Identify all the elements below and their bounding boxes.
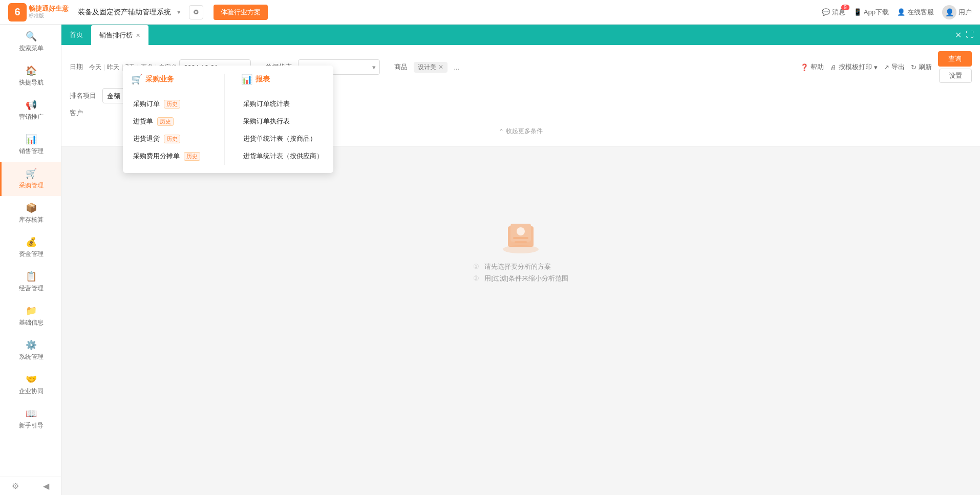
logo-subtitle: 标准版 [29,12,69,19]
tab-sales-rank[interactable]: 销售排行榜 ✕ [91,25,148,46]
system-title: 装备及固定资产辅助管理系统 [78,8,171,17]
user-btn[interactable]: 👤 用户 [942,5,972,19]
shortcut-today[interactable]: 今天 [89,63,101,72]
print-btn[interactable]: 🖨 按模板打印 ▾ [830,62,878,72]
tab-home[interactable]: 首页 [61,25,91,45]
business-col-title-text: 采购业务 [145,75,174,84]
tab-close-window-icon[interactable]: ✕ [955,30,962,40]
sidebar-collapse-btn[interactable]: ◀ [43,481,49,491]
empty-illustration [495,213,546,254]
empty-step2: ② [473,272,479,284]
top-bar: 6 畅捷通好生意 标准版 装备及固定资产辅助管理系统 ▾ ⚙ 体验行业方案 💬 … [0,0,980,25]
message-badge: 9 [841,5,849,10]
system-dropdown-icon[interactable]: ▾ [177,8,181,16]
guide-icon: 📖 [26,408,37,419]
sidebar-item-enterprise[interactable]: 🤝 企业协同 [0,368,61,402]
tab-close-icon[interactable]: ✕ [136,32,140,39]
help-btn[interactable]: ❓ 帮助 [800,62,824,72]
sidebar-item-quicknav[interactable]: 🏠 快捷导航 [0,59,61,93]
dropdown-item-purchase-cost[interactable]: 采购费用分摊单 历史 [131,147,208,165]
enterprise-icon: 🤝 [26,374,37,385]
print-icon: 🖨 [830,63,837,71]
logo-icon: 6 [8,3,27,21]
sidebar-item-inventory[interactable]: 📦 库存核算 [0,196,61,230]
sidebar-item-basic[interactable]: 📁 基础信息 [0,299,61,333]
dropdown-item-purchase-receipt[interactable]: 进货单 历史 [131,113,208,130]
goods-more-btn[interactable]: ... [454,63,459,71]
dropdown-item-receipt-stats-supplier[interactable]: 进货单统计表（按供应商） [241,147,325,165]
sidebar-item-system[interactable]: ⚙️ 系统管理 [0,333,61,368]
sidebar-item-search[interactable]: 🔍 搜索菜单 [0,25,61,59]
dropdown-item-purchase-order[interactable]: 采购订单 历史 [131,95,208,113]
print-label: 按模板打印 [839,62,872,72]
menu-divider [224,74,225,165]
tab-bar: 首页 销售排行榜 ✕ ✕ ⛶ [61,25,980,45]
receipt-stats-goods-label: 进货单统计表（按商品） [243,134,316,143]
dropdown-item-order-exec[interactable]: 采购订单执行表 [241,113,325,130]
home-icon: 🏠 [26,65,37,76]
export-btn[interactable]: ↗ 导出 [884,62,905,72]
empty-state: ① 请先选择要分析的方案 ② 用[过滤]条件来缩小分析范围 [61,146,980,351]
online-service-btn[interactable]: 👤 在线客服 [897,8,934,17]
empty-hint2: 用[过滤]条件来缩小分析范围 [484,272,568,284]
top-right-area: 💬 消息 9 📱 App下载 👤 在线客服 👤 用户 [822,5,972,19]
sidebar-item-finance[interactable]: 💰 资金管理 [0,230,61,265]
svg-point-3 [517,227,525,235]
message-btn[interactable]: 💬 消息 9 [822,8,845,17]
sidebar-item-purchase[interactable]: 🛒 采购管理 [0,162,61,196]
app-download-btn[interactable]: 📱 App下载 [854,8,889,17]
sidebar-label-search: 搜索菜单 [19,44,44,53]
collapse-icon: ⌃ [499,128,504,135]
tab-maximize-icon[interactable]: ⛶ [966,30,974,39]
toolbar-right: ❓ 帮助 🖨 按模板打印 ▾ ↗ 导出 [800,51,972,83]
report-col-title: 📊 报表 [241,74,325,89]
purchase-receipt-label: 进货单 [133,117,153,126]
sidebar-label-inventory: 库存核算 [19,216,44,224]
user-avatar: 👤 [942,5,956,19]
sidebar-label-finance: 资金管理 [19,250,44,259]
print-dropdown-icon: ▾ [874,63,878,71]
goods-tag-close-icon[interactable]: ✕ [438,63,443,71]
empty-text: ① 请先选择要分析的方案 ② 用[过滤]条件来缩小分析范围 [473,261,568,285]
settings-small-button[interactable]: 设置 [939,69,972,83]
purchase-receipt-history-tag: 历史 [157,117,174,126]
finance-icon: 💰 [26,236,37,248]
query-button[interactable]: 查询 [938,51,972,67]
sidebar-label-system: 系统管理 [19,353,44,361]
logo-title: 畅捷通好生意 [29,5,69,13]
refresh-icon: ↻ [911,63,917,71]
sidebar-settings-btn[interactable]: ⚙ [12,481,19,491]
inventory-icon: 📦 [26,202,37,213]
message-icon: 💬 [822,8,830,16]
service-label: 在线客服 [907,8,934,17]
rank-label: 排名项目 [70,91,96,100]
dropdown-item-purchase-return[interactable]: 进货退货 历史 [131,130,208,147]
sidebar-item-marketing[interactable]: 📢 营销推广 [0,93,61,127]
search-icon: 🔍 [26,31,37,42]
sidebar-label-marketing: 营销推广 [19,113,44,121]
shortcut-yesterday[interactable]: 昨天 [107,63,119,72]
purchase-return-history-tag: 历史 [164,135,180,143]
refresh-btn[interactable]: ↻ 刷新 [911,62,932,72]
empty-hint1: 请先选择要分析的方案 [484,261,551,272]
order-stats-label: 采购订单统计表 [243,99,290,109]
purchase-icon: 🛒 [26,168,37,179]
logo-area: 6 畅捷通好生意 标准版 [8,3,70,21]
sidebar-item-guide[interactable]: 📖 新手引导 [0,402,61,436]
help-icon: ❓ [800,63,808,71]
industry-button[interactable]: 体验行业方案 [214,5,268,20]
sidebar-item-operation[interactable]: 📋 经营管理 [0,265,61,299]
marketing-icon: 📢 [26,99,37,111]
settings-icon-btn[interactable]: ⚙ [189,5,203,19]
svg-rect-5 [515,241,527,243]
dropdown-item-order-stats[interactable]: 采购订单统计表 [241,95,325,113]
sales-icon: 📊 [26,134,37,145]
sidebar-item-sales[interactable]: 📊 销售管理 [0,127,61,162]
sidebar: 🔍 搜索菜单 🏠 快捷导航 📢 营销推广 📊 销售管理 🛒 采购管 [0,25,61,495]
purchase-order-history-tag: 历史 [164,100,180,109]
purchase-cost-history-tag: 历史 [184,152,200,161]
app-label: App下载 [864,8,889,17]
dropdown-item-receipt-stats-goods[interactable]: 进货单统计表（按商品） [241,130,325,147]
purchase-report-col: 📊 报表 采购订单统计表 采购订单执行表 进货单统计表（按商品） [241,74,325,165]
user-label: 用户 [958,8,972,17]
